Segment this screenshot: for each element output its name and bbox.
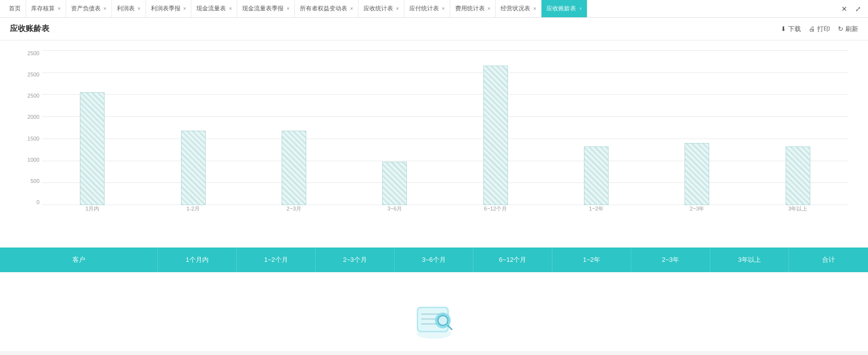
tab-ar-stats-close[interactable]: × <box>396 6 399 11</box>
refresh-icon: ↻ <box>838 25 843 33</box>
download-label: 下载 <box>788 25 801 34</box>
tab-cashflow-quarterly-label: 现金流量表季报 <box>242 4 284 13</box>
col-1-2month: 1~2个月 <box>237 248 316 272</box>
download-icon: ⬇ <box>781 25 786 33</box>
print-label: 打印 <box>817 25 830 34</box>
col-3plus: 3年以上 <box>710 248 789 272</box>
tab-ops-close[interactable]: × <box>533 6 536 11</box>
bar-group-1-2yr <box>546 50 647 205</box>
tab-equity[interactable]: 所有者权益变动表 × <box>295 0 359 18</box>
tab-inventory-close[interactable]: × <box>58 6 61 11</box>
y-label-2500a: 2500 <box>20 93 39 99</box>
bar-group-2-3yr <box>647 50 747 205</box>
tab-profit[interactable]: 利润表 × <box>112 0 146 18</box>
tab-equity-close[interactable]: × <box>350 6 353 11</box>
download-button[interactable]: ⬇ 下载 <box>781 25 801 34</box>
bar-jan <box>80 92 105 205</box>
bar-group-3plus <box>748 50 848 205</box>
tab-inventory[interactable]: 库存核算 × <box>26 0 66 18</box>
x-label-3-6: 3~6月 <box>344 205 445 218</box>
tab-profit-close[interactable]: × <box>138 6 141 11</box>
main-content: 0 500 1000 1500 2000 2500 2500 2500 <box>0 40 868 351</box>
bar-2-3 <box>282 131 306 205</box>
bar-2-3yr <box>685 143 709 205</box>
page-header: 应收账龄表 ⬇ 下载 🖨 打印 ↻ 刷新 <box>0 18 868 40</box>
col-3-6month: 3~6个月 <box>395 248 473 272</box>
x-label-2-3yr: 2~3年 <box>647 205 747 218</box>
tab-ar-stats[interactable]: 应收统计表 × <box>359 0 404 18</box>
tab-cashflow-quarterly[interactable]: 现金流量表季报 × <box>237 0 295 18</box>
y-label-1500: 1500 <box>20 136 39 142</box>
tab-bar-actions: ✕ ⤢ <box>838 3 864 15</box>
tab-cashflow-quarterly-close[interactable]: × <box>287 6 289 11</box>
tab-balance[interactable]: 资产负债表 × <box>66 0 112 18</box>
empty-state <box>0 272 868 351</box>
tab-ar-stats-label: 应收统计表 <box>363 4 393 13</box>
tab-ops-label: 经营状况表 <box>501 4 530 13</box>
empty-icon <box>404 292 464 341</box>
col-total: 合计 <box>789 248 868 272</box>
col-customer: 客户 <box>0 248 158 272</box>
bar-group-1-2 <box>143 50 243 205</box>
y-label-0: 0 <box>20 199 39 205</box>
tab-cost-stats[interactable]: 费用统计表 × <box>450 0 496 18</box>
x-label-2-3: 2~3月 <box>244 205 344 218</box>
x-label-6-12: 6~12个月 <box>445 205 546 218</box>
tab-cashflow-close[interactable]: × <box>229 6 232 11</box>
refresh-label: 刷新 <box>845 25 858 34</box>
bar-1-2 <box>181 131 206 205</box>
x-label-3plus: 3年以上 <box>748 205 848 218</box>
tab-cashflow[interactable]: 现金流量表 × <box>191 0 237 18</box>
chart-area: 0 500 1000 1500 2000 2500 2500 2500 <box>0 40 868 248</box>
tab-inventory-label: 库存核算 <box>31 4 55 13</box>
col-6-12month: 6~12个月 <box>473 248 552 272</box>
bar-3plus <box>786 146 810 205</box>
bar-group-3-6 <box>344 50 445 205</box>
tab-cost-stats-close[interactable]: × <box>488 6 491 11</box>
page-title: 应收账龄表 <box>10 24 49 34</box>
tab-home-label: 首页 <box>9 4 21 13</box>
bar-3-6 <box>382 162 407 205</box>
bar-1-2yr <box>584 146 609 205</box>
col-2-3month: 2~3个月 <box>316 248 395 272</box>
x-label-jan: 1月内 <box>42 205 143 218</box>
tab-ops[interactable]: 经营状况表 × <box>496 0 542 18</box>
tab-profit-quarterly-close[interactable]: × <box>183 6 186 11</box>
tab-cost-stats-label: 费用统计表 <box>455 4 485 13</box>
table-header: 客户 1个月内 1~2个月 2~3个月 3~6个月 6~12个月 1~2年 2~… <box>0 248 868 272</box>
y-label-2000: 2000 <box>20 114 39 120</box>
bar-group-6-12 <box>445 50 546 205</box>
bar-group-jan <box>42 50 143 205</box>
y-label-2500c: 2500 <box>20 50 39 56</box>
tab-ap-stats[interactable]: 应付统计表 × <box>404 0 450 18</box>
tab-cashflow-label: 现金流量表 <box>196 4 226 13</box>
tab-ap-stats-close[interactable]: × <box>442 6 445 11</box>
print-icon: 🖨 <box>809 25 815 33</box>
tab-home[interactable]: 首页 <box>4 0 26 18</box>
y-label-1000: 1000 <box>20 157 39 163</box>
tab-profit-quarterly[interactable]: 利润表季报 × <box>146 0 192 18</box>
window-close-button[interactable]: ✕ <box>838 3 850 15</box>
tab-bar: 首页 库存核算 × 资产负债表 × 利润表 × 利润表季报 × 现金流量表 × … <box>0 0 868 18</box>
tab-balance-close[interactable]: × <box>104 6 107 11</box>
bar-group-2-3 <box>244 50 344 205</box>
header-actions: ⬇ 下载 🖨 打印 ↻ 刷新 <box>781 25 858 34</box>
x-label-1-2: 1-2月 <box>143 205 243 218</box>
tab-ar-aging-close[interactable]: × <box>579 6 582 11</box>
refresh-button[interactable]: ↻ 刷新 <box>838 25 858 34</box>
bar-6-12 <box>483 66 508 205</box>
col-2-3year: 2~3年 <box>631 248 710 272</box>
print-button[interactable]: 🖨 打印 <box>809 25 830 34</box>
tab-balance-label: 资产负债表 <box>71 4 101 13</box>
tab-ar-aging[interactable]: 应收账龄表 × <box>542 0 587 18</box>
window-maximize-button[interactable]: ⤢ <box>852 3 864 15</box>
col-1-2year: 1~2年 <box>552 248 631 272</box>
y-label-2500b: 2500 <box>20 71 39 77</box>
col-1month: 1个月内 <box>158 248 237 272</box>
tab-profit-quarterly-label: 利润表季报 <box>151 4 181 13</box>
tab-profit-label: 利润表 <box>117 4 135 13</box>
x-label-1-2yr: 1~2年 <box>546 205 647 218</box>
tab-equity-label: 所有者权益变动表 <box>300 4 347 13</box>
y-label-500: 500 <box>20 178 39 184</box>
tab-ap-stats-label: 应付统计表 <box>409 4 439 13</box>
